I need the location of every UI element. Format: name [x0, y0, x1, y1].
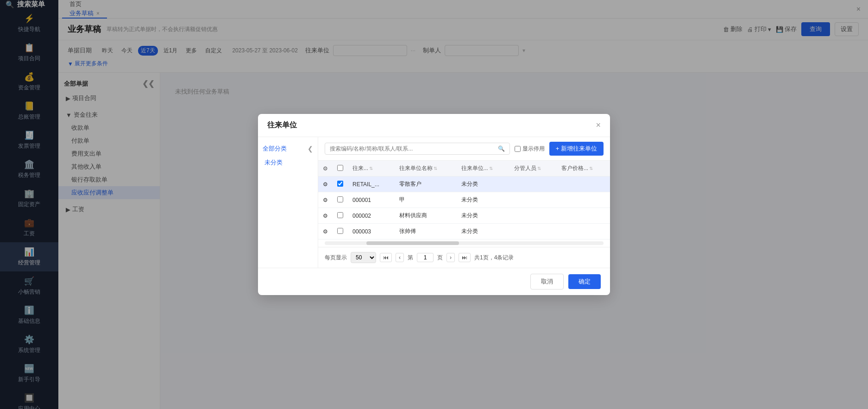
row-checkbox-1[interactable]: [337, 181, 343, 187]
page-label: 第: [408, 254, 413, 262]
show-disabled-label-text: 显示停用: [522, 145, 545, 153]
row-code-4: 000003: [348, 224, 395, 239]
th-settings: ⚙: [318, 161, 333, 176]
per-page-select[interactable]: 50 20 100: [351, 252, 376, 263]
table-row[interactable]: ⚙ RETAIL_... 零散客户 未分类: [318, 176, 610, 192]
show-disabled-checkbox[interactable]: [515, 146, 521, 152]
modal-title: 往来单位: [267, 120, 297, 130]
category-sidebar: 全部分类 ❮ 未分类: [258, 137, 318, 268]
category-items: 未分类: [258, 156, 318, 170]
row-price-4: [557, 224, 610, 239]
row-price-1: [557, 176, 610, 192]
row-check-1[interactable]: [333, 176, 348, 192]
row-category-3: 未分类: [457, 208, 510, 224]
cancel-button[interactable]: 取消: [530, 274, 564, 289]
row-checkbox-3[interactable]: [337, 212, 343, 218]
th-price: 客户价格...⇅: [557, 161, 610, 176]
th-code: 往来...⇅: [348, 161, 395, 176]
search-icon: 🔍: [498, 145, 505, 152]
h-scrollbar[interactable]: [325, 241, 604, 245]
row-check-4[interactable]: [333, 224, 348, 239]
category-collapse-icon[interactable]: ❮: [308, 145, 313, 152]
modal-header: 往来单位 ×: [258, 114, 610, 137]
show-disabled-checkbox-label[interactable]: 显示停用: [515, 145, 545, 153]
row-code-1: RETAIL_...: [348, 176, 395, 192]
row-manager-4: [509, 224, 557, 239]
th-select-all[interactable]: [337, 165, 343, 171]
modal-pagination: 每页显示 50 20 100 ⏮ ‹ 第 页 › ⏭ 共1页，4条记录: [318, 247, 610, 268]
row-icon-1: ⚙: [318, 176, 333, 192]
modal-backdrop[interactable]: 往来单位 × 全部分类 ❮ 未分类 🔍: [0, 0, 868, 409]
row-name-2: 甲: [395, 192, 456, 208]
modal-table-wrapper: ⚙ 往来...⇅ 往来单位名称⇅ 往来单位...⇅ 分管人员⇅ 客户价格...⇅…: [318, 161, 610, 239]
row-manager-3: [509, 208, 557, 224]
row-category-1: 未分类: [457, 176, 510, 192]
page-suffix: 页: [437, 254, 443, 262]
modal-data-table: ⚙ 往来...⇅ 往来单位名称⇅ 往来单位...⇅ 分管人员⇅ 客户价格...⇅…: [318, 161, 610, 239]
table-row[interactable]: ⚙ 000003 张帅傅 未分类: [318, 224, 610, 239]
row-icon-3: ⚙: [318, 208, 333, 224]
page-number-input[interactable]: [417, 253, 434, 262]
modal-search-box: 🔍: [325, 143, 510, 155]
row-category-4: 未分类: [457, 224, 510, 239]
modal-content-right: 🔍 显示停用 + 新增往来单位 ⚙: [318, 137, 610, 268]
total-info: 共1页，4条记录: [474, 254, 514, 262]
per-page-label: 每页显示: [325, 254, 347, 262]
row-code-2: 000001: [348, 192, 395, 208]
prev-page-btn[interactable]: ‹: [396, 253, 404, 262]
row-name-4: 张帅傅: [395, 224, 456, 239]
h-scrollbar-thumb[interactable]: [366, 241, 459, 245]
row-category-2: 未分类: [457, 192, 510, 208]
row-manager-2: [509, 192, 557, 208]
th-name: 往来单位名称⇅: [395, 161, 456, 176]
row-price-3: [557, 208, 610, 224]
th-category: 往来单位...⇅: [457, 161, 510, 176]
row-checkbox-2[interactable]: [337, 196, 343, 202]
category-header[interactable]: 全部分类 ❮: [258, 142, 318, 156]
next-page-btn[interactable]: ›: [447, 253, 455, 262]
table-row[interactable]: ⚙ 000002 材料供应商 未分类: [318, 208, 610, 224]
th-checkbox: [333, 161, 348, 176]
modal-toolbar: 🔍 显示停用 + 新增往来单位: [318, 137, 610, 161]
add-partner-button[interactable]: + 新增往来单位: [549, 142, 604, 156]
modal-close-button[interactable]: ×: [596, 120, 601, 130]
table-row[interactable]: ⚙ 000001 甲 未分类: [318, 192, 610, 208]
table-header-row: ⚙ 往来...⇅ 往来单位名称⇅ 往来单位...⇅ 分管人员⇅ 客户价格...⇅: [318, 161, 610, 176]
modal-search-input[interactable]: [330, 145, 495, 152]
row-price-2: [557, 192, 610, 208]
row-icon-4: ⚙: [318, 224, 333, 239]
modal: 往来单位 × 全部分类 ❮ 未分类 🔍: [258, 114, 610, 295]
last-page-btn[interactable]: ⏭: [459, 253, 471, 262]
row-icon-2: ⚙: [318, 192, 333, 208]
modal-footer: 取消 确定: [258, 268, 610, 295]
th-manager: 分管人员⇅: [509, 161, 557, 176]
category-label: 全部分类: [263, 145, 287, 153]
row-name-3: 材料供应商: [395, 208, 456, 224]
first-page-btn[interactable]: ⏮: [380, 253, 392, 262]
modal-body: 全部分类 ❮ 未分类 🔍 显示停用 + 新增往来单位: [258, 137, 610, 268]
row-name-1: 零散客户: [395, 176, 456, 192]
row-code-3: 000002: [348, 208, 395, 224]
row-manager-1: [509, 176, 557, 192]
modal-table-body: ⚙ RETAIL_... 零散客户 未分类 ⚙ 000001 甲 未分类 ⚙ 0…: [318, 176, 610, 239]
row-checkbox-4[interactable]: [337, 228, 343, 234]
row-check-2[interactable]: [333, 192, 348, 208]
row-check-3[interactable]: [333, 208, 348, 224]
confirm-button[interactable]: 确定: [568, 274, 601, 289]
category-item-未分类[interactable]: 未分类: [258, 156, 318, 170]
